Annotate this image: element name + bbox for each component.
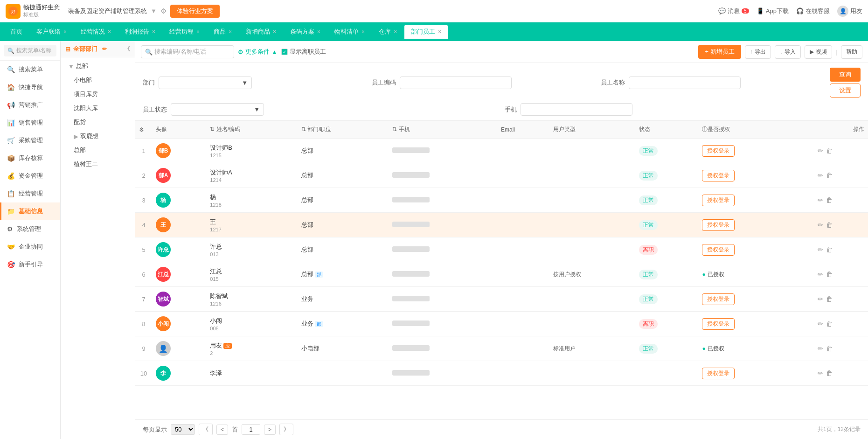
tab-close[interactable]: × <box>438 28 441 35</box>
tab-close[interactable]: × <box>361 28 365 35</box>
col-name[interactable]: ⇅ 姓名/编码 <box>206 121 298 139</box>
tab-close[interactable]: × <box>152 28 155 35</box>
edit-button[interactable]: ✏ <box>818 246 823 253</box>
query-button[interactable]: 查询 <box>830 68 861 82</box>
delete-button[interactable]: 🗑 <box>826 147 833 154</box>
tab-employees[interactable]: 部门员工 × <box>404 25 448 39</box>
col-settings[interactable]: ⚙ <box>135 121 152 139</box>
dept-node-double[interactable]: ▶ 双鹿想 <box>61 129 135 143</box>
delete-button[interactable]: 🗑 <box>826 172 833 179</box>
tab-bom[interactable]: 物料清单 × <box>328 25 371 39</box>
download-button[interactable]: 📱 App下载 <box>757 7 789 15</box>
auth-login-button[interactable]: 授权登录 <box>702 368 735 379</box>
delete-button[interactable]: 🗑 <box>826 246 833 253</box>
tab-home[interactable]: 首页 <box>4 25 29 39</box>
edit-button[interactable]: ✏ <box>818 295 823 303</box>
sidebar-item-sales[interactable]: 📊 销售管理 <box>0 114 60 132</box>
search-input-box[interactable]: 🔍 搜索编码/名称/电话 <box>141 45 234 58</box>
service-button[interactable]: 🎧 在线客服 <box>796 7 830 15</box>
edit-button[interactable]: ✏ <box>818 369 823 377</box>
sidebar-item-guide[interactable]: 🎯 新手引导 <box>0 256 60 273</box>
dept-node-delivery[interactable]: 配货 <box>61 115 135 129</box>
tab-operation[interactable]: 经营情况 × <box>74 25 118 39</box>
edit-button[interactable]: ✏ <box>818 196 823 204</box>
edit-button[interactable]: ✏ <box>818 271 823 278</box>
sidebar-item-system[interactable]: ⚙ 系统管理 <box>0 220 60 238</box>
sidebar-item-inventory[interactable]: 📦 库存核算 <box>0 149 60 167</box>
dept-node-project[interactable]: 项目库房 <box>61 87 135 101</box>
show-resigned-checkbox[interactable]: ✓ 显示离职员工 <box>281 48 326 56</box>
tab-customer[interactable]: 客户联络 × <box>30 25 73 39</box>
delete-button[interactable]: 🗑 <box>826 221 833 229</box>
sidebar-item-basic[interactable]: 📁 基础信息 <box>0 202 60 220</box>
help-button[interactable]: 帮助 <box>841 45 862 59</box>
col-dept[interactable]: ⇅ 部门/职位 <box>298 121 389 139</box>
sidebar-item-quicknav[interactable]: 🏠 快捷导航 <box>0 78 60 96</box>
tab-warehouse[interactable]: 仓库 × <box>372 25 403 39</box>
emp-code-input[interactable] <box>400 77 512 89</box>
trial-button[interactable]: 体验行业方案 <box>170 5 220 18</box>
tab-close[interactable]: × <box>108 28 111 35</box>
import-button[interactable]: ↓ 导入 <box>775 45 801 59</box>
setting-button[interactable]: 设置 <box>830 84 861 98</box>
delete-button[interactable]: 🗑 <box>826 369 833 377</box>
tab-close[interactable]: × <box>317 28 320 35</box>
more-filter-button[interactable]: ⚙ 更多条件 ▲ <box>238 48 278 56</box>
dept-node-plant[interactable]: 植树王二 <box>61 157 135 171</box>
message-button[interactable]: 💬 消息 5 <box>718 7 749 15</box>
per-page-select[interactable]: 50 20 100 <box>171 424 195 435</box>
dropdown-arrow[interactable]: ▼ <box>151 7 157 14</box>
next-page-button[interactable]: > <box>264 425 276 435</box>
tab-barcode[interactable]: 条码方案 × <box>284 25 327 39</box>
export-button[interactable]: ↑ 导出 <box>745 45 771 59</box>
tab-close[interactable]: × <box>196 28 200 35</box>
dept-node-hq[interactable]: 总部 <box>61 143 135 157</box>
dept-node-general[interactable]: ▼ 总部 <box>61 59 135 73</box>
sidebar-item-search[interactable]: 🔍 搜索菜单 <box>0 61 60 78</box>
edit-button[interactable]: ✏ <box>818 320 823 328</box>
edit-button[interactable]: ✏ <box>818 172 823 179</box>
auth-login-button[interactable]: 授权登录 <box>702 244 735 256</box>
auth-login-button[interactable]: 授权登录 <box>702 170 735 181</box>
edit-button[interactable]: ✏ <box>818 221 823 229</box>
page-number-input[interactable] <box>242 424 260 435</box>
tab-close[interactable]: × <box>273 28 276 35</box>
add-employee-button[interactable]: + 新增员工 <box>698 45 741 59</box>
tab-history[interactable]: 经营历程 × <box>163 25 206 39</box>
status-select[interactable]: ▼ <box>171 103 264 116</box>
auth-login-button[interactable]: 授权登录 <box>702 145 735 157</box>
prev-page-button[interactable]: < <box>216 425 228 435</box>
settings-icon[interactable]: ⚙ <box>160 7 167 15</box>
tab-goods[interactable]: 商品 × <box>207 25 238 39</box>
sidebar-item-management[interactable]: 📋 经营管理 <box>0 185 60 202</box>
tab-close[interactable]: × <box>63 28 67 35</box>
col-phone[interactable]: ⇅ 手机 <box>389 121 497 139</box>
auth-login-button[interactable]: 授权登录 <box>702 318 735 330</box>
sidebar-item-marketing[interactable]: 📢 营销推广 <box>0 96 60 114</box>
phone-input[interactable] <box>521 103 632 116</box>
edit-button[interactable]: ✏ <box>818 345 823 352</box>
dept-edit-icon[interactable]: ✏ <box>102 46 107 52</box>
last-page-button[interactable]: 》 <box>279 424 293 435</box>
delete-button[interactable]: 🗑 <box>826 196 833 204</box>
delete-button[interactable]: 🗑 <box>826 271 833 278</box>
sidebar-item-finance[interactable]: 💰 资金管理 <box>0 167 60 185</box>
delete-button[interactable]: 🗑 <box>826 320 833 328</box>
auth-login-button[interactable]: 授权登录 <box>702 219 735 231</box>
emp-name-input[interactable] <box>629 77 741 89</box>
tab-close[interactable]: × <box>229 28 232 35</box>
user-button[interactable]: 👤 用友 <box>837 6 862 17</box>
sidebar-search-box[interactable]: 🔍 搜索菜单/名称 <box>4 45 56 56</box>
tab-close[interactable]: × <box>394 28 397 35</box>
dept-node-shenyang[interactable]: 沈阳大库 <box>61 101 135 115</box>
auth-login-button[interactable]: 授权登录 <box>702 195 735 206</box>
first-page-button[interactable]: 《 <box>199 424 213 435</box>
sidebar-item-purchase[interactable]: 🛒 采购管理 <box>0 132 60 149</box>
delete-button[interactable]: 🗑 <box>826 295 833 303</box>
sidebar-item-collab[interactable]: 🤝 企业协同 <box>0 238 60 256</box>
dept-collapse-icon[interactable]: 《 <box>124 45 130 53</box>
auth-login-button[interactable]: 授权登录 <box>702 293 735 305</box>
tab-new-goods[interactable]: 新增商品 × <box>239 25 283 39</box>
dept-select[interactable]: ▼ <box>159 77 252 89</box>
edit-button[interactable]: ✏ <box>818 147 823 154</box>
